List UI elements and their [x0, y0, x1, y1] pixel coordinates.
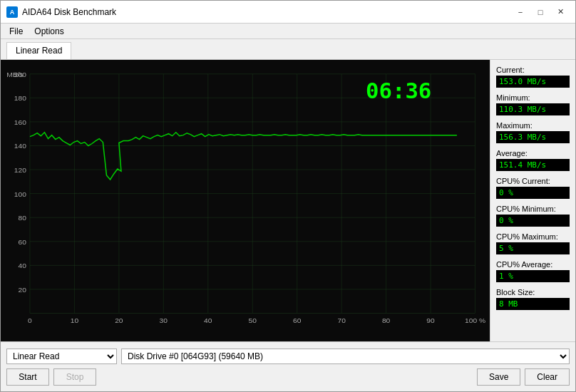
control-row2: Start Stop Save Clear [6, 368, 570, 386]
svg-text:40: 40 [204, 316, 212, 324]
cpu-average-value: 1 % [496, 270, 570, 282]
cpu-current-value: 0 % [496, 187, 570, 199]
current-label: Current: [496, 66, 570, 74]
cpu-average-label: CPU% Average: [496, 260, 570, 269]
chart-svg: 200 180 160 140 120 100 80 60 40 20 MB/s… [1, 60, 490, 341]
stat-minimum: Minimum: 110.3 MB/s [496, 93, 570, 115]
svg-text:90: 90 [426, 316, 435, 324]
test-type-select[interactable]: Linear Read [6, 349, 117, 364]
svg-text:80: 80 [382, 316, 391, 324]
stat-cpu-maximum: CPU% Maximum: 5 % [496, 232, 570, 254]
title-bar: A AIDA64 Disk Benchmark − □ ✕ [1, 1, 575, 24]
start-button[interactable]: Start [6, 368, 49, 386]
main-content: 200 180 160 140 120 100 80 60 40 20 MB/s… [1, 59, 575, 341]
stats-sidebar: Current: 153.0 MB/s Minimum: 110.3 MB/s … [490, 60, 575, 341]
minimum-label: Minimum: [496, 93, 570, 102]
minimize-button[interactable]: − [511, 5, 530, 19]
bottom-bar: Linear Read Disk Drive #0 [064G93] (5964… [1, 341, 575, 391]
svg-text:40: 40 [18, 262, 26, 269]
cpu-minimum-value: 0 % [496, 215, 570, 227]
save-button[interactable]: Save [477, 368, 520, 386]
block-size-value: 8 MB [496, 298, 570, 310]
svg-text:0: 0 [28, 316, 32, 324]
stat-cpu-average: CPU% Average: 1 % [496, 260, 570, 282]
svg-text:60: 60 [293, 316, 302, 324]
control-row1: Linear Read Disk Drive #0 [064G93] (5964… [6, 349, 570, 364]
stat-cpu-current: CPU% Current: 0 % [496, 177, 570, 199]
maximum-label: Maximum: [496, 121, 570, 130]
block-size-label: Block Size: [496, 288, 570, 296]
svg-text:80: 80 [18, 214, 26, 222]
svg-text:100: 100 [14, 190, 26, 198]
tab-bar: Linear Read [1, 39, 575, 59]
stat-average: Average: 151.4 MB/s [496, 149, 570, 171]
maximize-button[interactable]: □ [531, 5, 550, 19]
average-value: 151.4 MB/s [496, 159, 570, 171]
stat-maximum: Maximum: 156.3 MB/s [496, 121, 570, 143]
svg-text:140: 140 [14, 143, 26, 150]
cpu-minimum-label: CPU% Minimum: [496, 205, 570, 213]
svg-text:180: 180 [14, 94, 26, 102]
average-label: Average: [496, 149, 570, 158]
chart-container: 200 180 160 140 120 100 80 60 40 20 MB/s… [1, 60, 490, 341]
cpu-current-label: CPU% Current: [496, 177, 570, 185]
menu-options[interactable]: Options [29, 25, 69, 38]
svg-text:60: 60 [18, 238, 26, 246]
app-icon: A [6, 6, 18, 18]
maximum-value: 156.3 MB/s [496, 131, 570, 143]
svg-text:20: 20 [18, 286, 26, 294]
cpu-maximum-label: CPU% Maximum: [496, 232, 570, 241]
svg-text:30: 30 [160, 316, 168, 324]
svg-text:160: 160 [14, 118, 26, 126]
stat-block-size: Block Size: 8 MB [496, 288, 570, 310]
svg-text:50: 50 [249, 316, 257, 324]
stat-cpu-minimum: CPU% Minimum: 0 % [496, 205, 570, 227]
svg-text:100 %: 100 % [465, 316, 485, 324]
svg-text:70: 70 [337, 316, 346, 324]
window-controls: − □ ✕ [511, 5, 570, 19]
cpu-maximum-value: 5 % [496, 242, 570, 254]
svg-text:MB/s: MB/s [6, 71, 23, 78]
window-title: AIDA64 Disk Benchmark [22, 7, 116, 17]
svg-text:06:36: 06:36 [366, 79, 431, 103]
menu-file[interactable]: File [4, 25, 29, 38]
current-value: 153.0 MB/s [496, 76, 570, 88]
svg-text:120: 120 [14, 166, 26, 174]
minimum-value: 110.3 MB/s [496, 103, 570, 115]
clear-button[interactable]: Clear [525, 368, 570, 386]
close-button[interactable]: ✕ [551, 5, 570, 19]
svg-text:20: 20 [115, 316, 123, 324]
svg-text:10: 10 [71, 316, 79, 324]
menu-bar: File Options [1, 24, 575, 39]
tab-linear-read[interactable]: Linear Read [6, 42, 71, 59]
stop-button[interactable]: Stop [53, 368, 96, 386]
main-window: A AIDA64 Disk Benchmark − □ ✕ File Optio… [0, 0, 576, 392]
drive-select[interactable]: Disk Drive #0 [064G93] (59640 MB) [121, 349, 570, 364]
stat-current: Current: 153.0 MB/s [496, 66, 570, 88]
